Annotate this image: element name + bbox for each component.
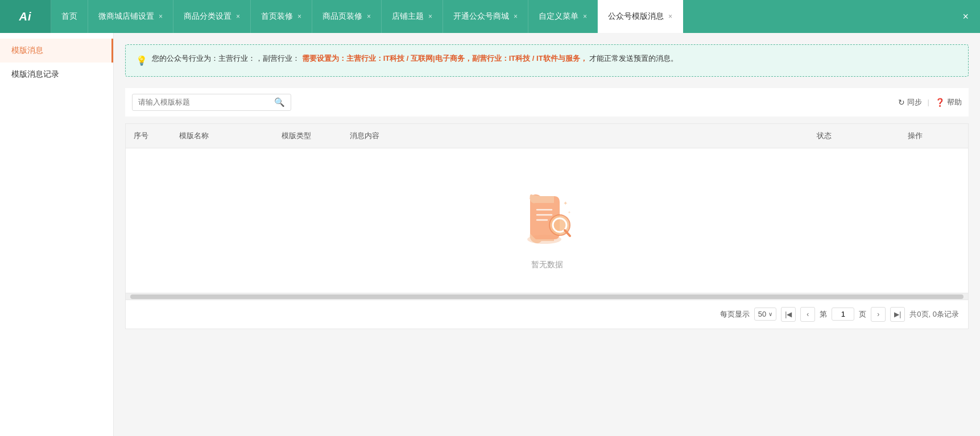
tab-category-close[interactable]: × — [236, 13, 240, 20]
empty-text: 暂无数据 — [531, 260, 563, 270]
page-number-input[interactable] — [832, 308, 854, 321]
total-info: 共0页, 0条记录 — [909, 309, 959, 319]
prev-page-button[interactable]: ‹ — [800, 307, 815, 322]
notice-highlight: 需要设置为：主营行业：IT科技 / 互联网|电子商务，副营行业：IT科技 / I… — [302, 54, 588, 63]
sync-icon: ↻ — [898, 98, 905, 107]
toolbar-row: 🔍 ↻ 同步 | ❓ 帮助 — [125, 88, 969, 117]
empty-state: ✦ ✦ 暂无数据 — [126, 148, 968, 293]
tab-shop-theme-close[interactable]: × — [428, 13, 432, 20]
tab-shop-settings[interactable]: 微商城店铺设置 × — [88, 0, 173, 33]
tab-product-decor-close[interactable]: × — [367, 13, 371, 20]
global-close-icon: × — [962, 11, 969, 23]
tab-template-msg[interactable]: 公众号模版消息 × — [598, 0, 683, 33]
last-page-icon: ▶| — [894, 310, 901, 318]
help-icon: ❓ — [935, 98, 945, 107]
tab-custom-menu-close[interactable]: × — [583, 13, 587, 20]
help-label: 帮助 — [947, 97, 962, 107]
notice-text: 您的公众号行业为：主营行业：，副营行业： 需要设置为：主营行业：IT科技 / 互… — [152, 53, 678, 65]
logo-tab[interactable]: Ai — [0, 0, 51, 33]
prev-page-icon: ‹ — [807, 310, 809, 318]
th-type: 模版类型 — [274, 124, 342, 148]
toolbar-divider: | — [928, 98, 929, 106]
tab-custom-menu-label: 自定义菜单 — [539, 11, 578, 22]
sidebar-item-template-msg-label: 模版消息 — [11, 45, 43, 55]
tab-template-msg-close[interactable]: × — [668, 13, 672, 20]
th-status: 状态 — [809, 124, 900, 148]
tab-template-msg-label: 公众号模版消息 — [608, 11, 664, 22]
sidebar-item-template-msg[interactable]: 模版消息 — [0, 39, 113, 63]
th-content: 消息内容 — [342, 124, 809, 148]
page-size-value: 50 — [758, 310, 766, 318]
sync-label: 同步 — [907, 97, 922, 107]
scrollbar-thumb[interactable] — [130, 294, 964, 299]
sidebar: 模版消息 模版消息记录 — [0, 33, 114, 436]
notice-box: 💡 您的公众号行业为：主营行业：，副营行业： 需要设置为：主营行业：IT科技 /… — [125, 44, 969, 77]
tab-wechat-mall[interactable]: 开通公众号商城 × — [443, 0, 528, 33]
pagination-bar: 每页显示 50 ∨ |◀ ‹ 第 页 › — [126, 300, 968, 329]
next-page-button[interactable]: › — [871, 307, 886, 322]
tab-home-decor[interactable]: 首页装修 × — [251, 0, 312, 33]
tab-shop-settings-close[interactable]: × — [159, 13, 163, 20]
next-page-icon: › — [877, 310, 879, 318]
first-page-icon: |◀ — [785, 310, 792, 318]
tab-category-label: 商品分类设置 — [184, 11, 231, 22]
main-layout: 模版消息 模版消息记录 💡 您的公众号行业为：主营行业：，副营行业： 需要设置为… — [0, 33, 980, 436]
th-action: 操作 — [900, 124, 968, 148]
tab-home[interactable]: 首页 — [51, 0, 88, 33]
search-button[interactable]: 🔍 — [274, 97, 285, 107]
table-container: 序号 模版名称 模版类型 消息内容 状态 操作 — [125, 123, 969, 329]
sidebar-item-template-history[interactable]: 模版消息记录 — [0, 63, 113, 86]
tab-wechat-mall-label: 开通公众号商城 — [453, 11, 509, 22]
top-tabbar: Ai 首页 微商城店铺设置 × 商品分类设置 × 首页装修 × 商品页装修 × … — [0, 0, 980, 33]
tab-home-decor-close[interactable]: × — [297, 13, 301, 20]
page-di-label: 第 — [820, 309, 827, 319]
page-size-label: 每页显示 — [720, 309, 750, 319]
search-icon: 🔍 — [274, 97, 285, 107]
empty-illustration: ✦ ✦ — [513, 182, 581, 251]
tab-category-settings[interactable]: 商品分类设置 × — [173, 0, 251, 33]
th-name: 模版名称 — [171, 124, 274, 148]
notice-icon: 💡 — [136, 53, 147, 68]
tab-custom-menu[interactable]: 自定义菜单 × — [528, 0, 598, 33]
table-header: 序号 模版名称 模版类型 消息内容 状态 操作 — [126, 124, 968, 148]
th-index: 序号 — [126, 124, 171, 148]
global-close-button[interactable]: × — [951, 0, 980, 33]
tab-home-label: 首页 — [61, 11, 77, 22]
tab-home-decor-label: 首页装修 — [261, 11, 293, 22]
svg-text:✦: ✦ — [568, 210, 571, 214]
search-area: 🔍 — [132, 94, 291, 111]
main-content: 💡 您的公众号行业为：主营行业：，副营行业： 需要设置为：主营行业：IT科技 /… — [114, 33, 980, 436]
sidebar-item-template-history-label: 模版消息记录 — [11, 69, 59, 78]
tab-wechat-mall-close[interactable]: × — [514, 13, 518, 20]
tab-product-decor[interactable]: 商品页装修 × — [312, 0, 382, 33]
tab-shop-theme[interactable]: 店铺主题 × — [382, 0, 443, 33]
toolbar-right: ↻ 同步 | ❓ 帮助 — [898, 97, 962, 107]
scrollbar-area[interactable] — [126, 293, 968, 300]
tab-product-decor-label: 商品页装修 — [322, 11, 362, 22]
logo-text: Ai — [19, 10, 32, 23]
first-page-button[interactable]: |◀ — [781, 307, 796, 322]
tab-shop-theme-label: 店铺主题 — [392, 11, 424, 22]
last-page-button[interactable]: ▶| — [890, 307, 905, 322]
tab-shop-settings-label: 微商城店铺设置 — [98, 11, 154, 22]
page-ye-label: 页 — [859, 309, 866, 319]
page-size-chevron-icon: ∨ — [768, 311, 772, 317]
search-input[interactable] — [138, 98, 274, 106]
help-button[interactable]: ❓ 帮助 — [935, 97, 962, 107]
svg-text:✦: ✦ — [563, 200, 568, 206]
page-size-select[interactable]: 50 ∨ — [754, 308, 776, 321]
sync-button[interactable]: ↻ 同步 — [898, 97, 922, 107]
